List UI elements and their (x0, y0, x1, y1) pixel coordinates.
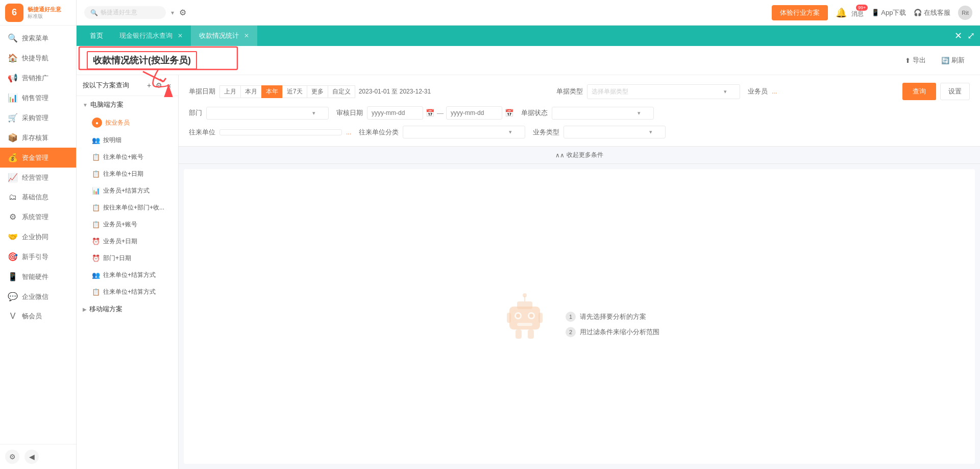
notification-button[interactable]: 🔔 99+ 消息 (836, 7, 864, 18)
plan-item-unit-settle2[interactable]: 📋 往来单位+结算方式 (77, 284, 178, 300)
date-tab-this-year[interactable]: 本年 (261, 85, 283, 98)
sidebar: 6 畅捷通好生意 标准版 🔍 搜索菜单 🏠 快捷导航 📢 营销推广 📊 销售管理… (0, 0, 77, 469)
date-tab-more[interactable]: 更多 (307, 85, 328, 98)
biztype-select[interactable]: ▾ (564, 126, 666, 138)
plan-item-salesman-account[interactable]: 📋 业务员+账号 (77, 216, 178, 233)
sidebar-logo: 6 畅捷通好生意 标准版 (0, 0, 76, 26)
service-icon: 🎧 (914, 9, 922, 16)
topbar-search[interactable]: 🔍 畅捷通好生意 (84, 6, 166, 19)
sidebar-item-purchase[interactable]: 🛒 采购管理 (0, 108, 76, 128)
panel-collapse-button[interactable]: « (166, 80, 172, 90)
doctype-select[interactable]: 选择单据类型 ▾ (587, 84, 740, 99)
topbar-dropdown-icon[interactable]: ▾ (171, 9, 174, 16)
marketing-icon: 📢 (8, 73, 18, 83)
plan-item-salesman-settle[interactable]: 📊 业务员+结算方式 (77, 182, 178, 199)
plan-group-mobile-header[interactable]: ▶ 移动端方案 (77, 300, 178, 318)
sidebar-item-search[interactable]: 🔍 搜索菜单 (0, 28, 76, 48)
sidebar-item-enterprise[interactable]: 🤝 企业协同 (0, 227, 76, 247)
sidebar-nav: 🔍 搜索菜单 🏠 快捷导航 📢 营销推广 📊 销售管理 🛒 采购管理 📦 库存核… (0, 26, 76, 444)
sidebar-item-inventory[interactable]: 📦 库存核算 (0, 128, 76, 148)
basicinfo-icon: 🗂 (8, 193, 18, 202)
setting-button[interactable]: 设置 (940, 83, 970, 100)
sidebar-item-hardware[interactable]: 📱 智能硬件 (0, 267, 76, 287)
trial-button[interactable]: 体验行业方案 (772, 5, 828, 20)
hardware-icon: 📱 (8, 272, 18, 282)
wechat-icon: 💬 (8, 292, 18, 301)
salesman-more-button[interactable]: ... (772, 88, 777, 95)
calendar-start-icon[interactable]: 📅 (426, 109, 434, 117)
empty-state: 1 请先选择要分析的方案 2 用过滤条件来缩小分析范围 (499, 291, 659, 342)
sidebar-item-sales[interactable]: 📊 销售管理 (0, 88, 76, 108)
counterpart-select[interactable] (219, 129, 342, 135)
panel-add-button[interactable]: + (146, 80, 152, 90)
topbar-settings-icon[interactable]: ⚙ (179, 8, 186, 17)
sidebar-item-quicknav[interactable]: 🏠 快捷导航 (0, 48, 76, 68)
counterpart-more-button[interactable]: ... (346, 129, 351, 136)
review-date-group: 📅 — 📅 (367, 106, 513, 120)
calendar-end-icon[interactable]: 📅 (505, 109, 513, 117)
plan-item-salesman-date[interactable]: ⏰ 业务员+日期 (77, 233, 178, 250)
plan-group-pc: ▼ 电脑端方案 ● 按业务员 👥 按明细 📋 往来单位+账号 (77, 96, 178, 300)
purchase-icon: 🛒 (8, 113, 18, 123)
tab-bank[interactable]: 现金银行流水查询 ✕ (111, 26, 191, 46)
footer-collapse-button[interactable]: ◀ (24, 450, 39, 464)
counterpart-type-select[interactable]: ▾ (403, 126, 525, 138)
online-service-button[interactable]: 🎧 在线客服 (914, 8, 950, 17)
export-button[interactable]: ⬆ 导出 (900, 53, 931, 67)
tab-collection[interactable]: 收款情况统计 ✕ (191, 26, 257, 46)
refresh-button[interactable]: 🔄 刷新 (936, 53, 970, 67)
plan-item-unit-settle1[interactable]: 👥 往来单位+结算方式 (77, 267, 178, 284)
tab-bank-close[interactable]: ✕ (178, 32, 183, 39)
sidebar-item-finance[interactable]: 💰 资金管理 (0, 148, 76, 168)
logo-text: 畅捷通好生意 标准版 (28, 6, 61, 19)
filter-review-date-item: 审核日期 📅 — 📅 (336, 106, 513, 120)
date-tab-last7[interactable]: 近7天 (282, 85, 307, 98)
panel-settings-button[interactable]: ⚙ (155, 80, 163, 90)
svg-rect-9 (507, 313, 511, 323)
chevron-down-icon: ▾ (724, 88, 727, 95)
sidebar-item-operations[interactable]: 📈 经营管理 (0, 168, 76, 187)
sidebar-item-marketing[interactable]: 📢 营销推广 (0, 68, 76, 88)
date-tab-custom[interactable]: 自定义 (328, 85, 355, 98)
plan-item-by-detail[interactable]: 👥 按明细 (77, 132, 178, 149)
sidebar-item-wechat[interactable]: 💬 企业微信 (0, 287, 76, 307)
biztype-label: 业务类型 (533, 128, 559, 137)
query-button[interactable]: 查询 (902, 83, 936, 100)
tab-home[interactable]: 首页 (82, 26, 111, 46)
plan-item-by-salesman[interactable]: ● 按业务员 (77, 113, 178, 132)
date-tab-this-month[interactable]: 本月 (240, 85, 262, 98)
inventory-icon: 📦 (8, 133, 18, 143)
plan-item-dept-date[interactable]: ⏰ 部门+日期 (77, 250, 178, 267)
empty-steps: 1 请先选择要分析的方案 2 用过滤条件来缩小分析范围 (566, 312, 659, 342)
tab-collection-close[interactable]: ✕ (244, 32, 249, 39)
date-tab-last-month[interactable]: 上月 (219, 85, 241, 98)
plan-item-unit-date[interactable]: 📋 往来单位+日期 (77, 166, 178, 182)
app-download-button[interactable]: 📱 App下载 (871, 8, 906, 17)
sidebar-item-system[interactable]: ⚙ 系统管理 (0, 207, 76, 227)
collapse-icon: ◀ (29, 453, 35, 461)
tab-close-all-button[interactable]: ✕ (954, 30, 962, 41)
collapse-button[interactable]: ∧∧ 收起更多条件 (555, 151, 603, 159)
counterpart-type-label: 往来单位分类 (359, 128, 399, 137)
sidebar-item-basicinfo[interactable]: 🗂 基础信息 (0, 187, 76, 207)
panel-header: 按以下方案查询 + ⚙ « (77, 75, 178, 96)
review-date-start-input[interactable] (367, 106, 423, 120)
sidebar-item-vip[interactable]: V 畅会员 (0, 307, 76, 326)
review-date-end-input[interactable] (446, 106, 502, 120)
dept-select[interactable]: ▾ (206, 107, 329, 120)
user-avatar[interactable]: Rit (958, 6, 972, 20)
docstatus-select[interactable]: ▾ (552, 107, 654, 120)
sidebar-item-guide[interactable]: 🎯 新手引导 (0, 247, 76, 267)
vip-icon: V (8, 312, 18, 321)
arrow-right-icon: ▶ (83, 307, 87, 312)
plan-item-unit-dept[interactable]: 📋 按往来单位+部门+收... (77, 199, 178, 216)
tab-expand-button[interactable]: ⤢ (967, 30, 975, 41)
unit-settle2-icon: 📋 (92, 288, 100, 296)
chevron-down-icon: ▾ (638, 110, 641, 116)
plan-group-pc-header[interactable]: ▼ 电脑端方案 (77, 96, 178, 113)
date-range: 2023-01-01 至 2023-12-31 (359, 87, 431, 96)
arrow-down-icon: ▼ (83, 102, 88, 108)
footer-settings-button[interactable]: ⚙ (5, 450, 19, 464)
content-wrapper: 按以下方案查询 + ⚙ « ▼ 电脑端方案 ● 按业务员 (77, 75, 980, 469)
plan-item-unit-account[interactable]: 📋 往来单位+账号 (77, 149, 178, 166)
